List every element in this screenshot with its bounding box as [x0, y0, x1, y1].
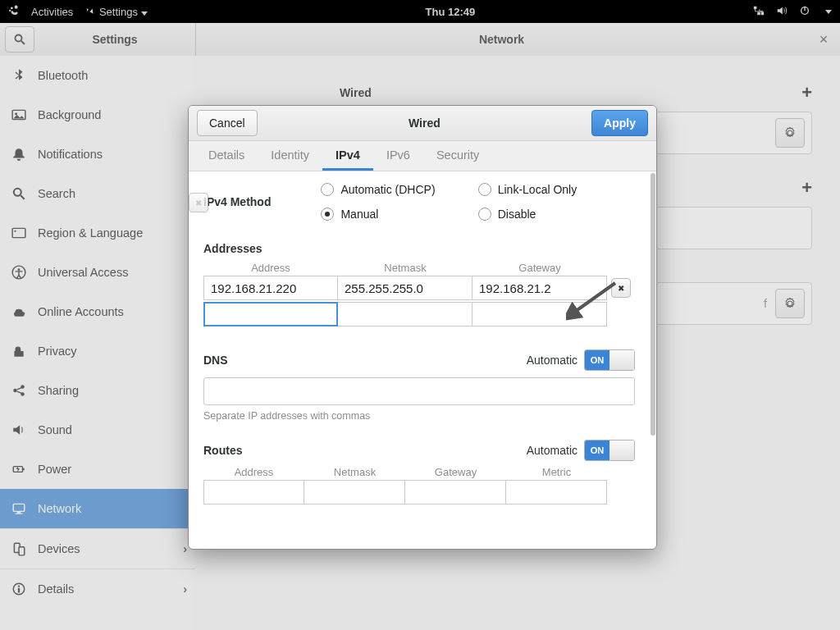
tab-identity[interactable]: Identity [258, 141, 322, 171]
activities-button[interactable]: Activities [31, 6, 73, 18]
gateway-input[interactable] [472, 276, 607, 300]
radio-label: Link-Local Only [498, 183, 578, 196]
dialog-body: IPv4 Method Automatic (DHCP) Manual Link… [189, 170, 650, 549]
dns-servers-input[interactable] [203, 377, 635, 405]
radio-label: Automatic (DHCP) [340, 183, 435, 196]
tab-security[interactable]: Security [423, 141, 492, 171]
svg-rect-4 [757, 11, 760, 15]
remove-address-button[interactable] [611, 278, 631, 298]
radio-manual[interactable]: Manual [321, 208, 477, 221]
radio-label: Manual [340, 208, 378, 221]
power-icon[interactable] [799, 5, 810, 19]
system-menu-chevron-icon[interactable] [825, 10, 832, 14]
tab-ipv4[interactable]: IPv4 [322, 141, 373, 171]
dns-hint: Separate IP addresses with commas [203, 410, 635, 422]
route-row [203, 480, 635, 504]
radio-link-local[interactable]: Link-Local Only [478, 183, 635, 196]
dialog-title: Wired [258, 116, 592, 130]
dns-automatic-label: Automatic [527, 354, 578, 367]
svg-point-2 [9, 9, 11, 11]
routes-heading: Routes [203, 444, 527, 457]
gnome-logo-icon [8, 5, 20, 19]
routes-column-headers: Address Netmask Gateway Metric [203, 466, 635, 478]
volume-icon[interactable] [776, 5, 788, 19]
netmask-input[interactable] [338, 276, 472, 300]
dns-heading: DNS [203, 354, 527, 367]
route-metric-input[interactable] [506, 480, 607, 504]
network-status-icon[interactable] [753, 5, 765, 19]
wired-connection-dialog: Cancel Wired Apply Details Identity IPv4… [188, 105, 657, 550]
route-address-input[interactable] [203, 480, 304, 504]
routes-automatic-label: Automatic [527, 444, 578, 457]
route-netmask-input[interactable] [304, 480, 405, 504]
addresses-heading: Addresses [203, 242, 635, 255]
apply-button[interactable]: Apply [591, 110, 648, 136]
gateway-input[interactable] [472, 302, 607, 326]
netmask-input[interactable] [338, 302, 472, 326]
dialog-tabs: Details Identity IPv4 IPv6 Security [189, 141, 656, 171]
svg-rect-7 [804, 6, 805, 10]
clock[interactable]: Thu 12:49 [148, 6, 753, 18]
cancel-button[interactable]: Cancel [197, 110, 258, 136]
address-input[interactable] [203, 276, 338, 300]
address-row [203, 302, 635, 326]
app-menu[interactable]: Settings [84, 6, 148, 18]
svg-point-0 [15, 5, 18, 8]
svg-rect-3 [754, 6, 757, 9]
addresses-column-headers: Address Netmask Gateway [203, 262, 635, 274]
route-gateway-input[interactable] [405, 480, 506, 504]
address-input[interactable] [203, 302, 338, 326]
svg-point-1 [11, 7, 13, 9]
routes-automatic-switch[interactable]: ON [584, 440, 635, 461]
radio-disable[interactable]: Disable [478, 208, 635, 221]
dialog-headerbar: Cancel Wired Apply [189, 106, 656, 141]
address-row [203, 276, 635, 300]
gnome-top-bar: Activities Settings Thu 12:49 [0, 0, 840, 23]
remove-route-button [189, 193, 208, 212]
tab-details[interactable]: Details [195, 141, 258, 171]
radio-automatic-dhcp[interactable]: Automatic (DHCP) [321, 183, 477, 196]
tab-ipv6[interactable]: IPv6 [373, 141, 423, 171]
svg-rect-5 [761, 11, 765, 15]
radio-label: Disable [498, 208, 536, 221]
dns-automatic-switch[interactable]: ON [584, 349, 635, 371]
ipv4-method-label: IPv4 Method [203, 195, 321, 208]
dialog-scrollbar[interactable] [650, 170, 656, 549]
